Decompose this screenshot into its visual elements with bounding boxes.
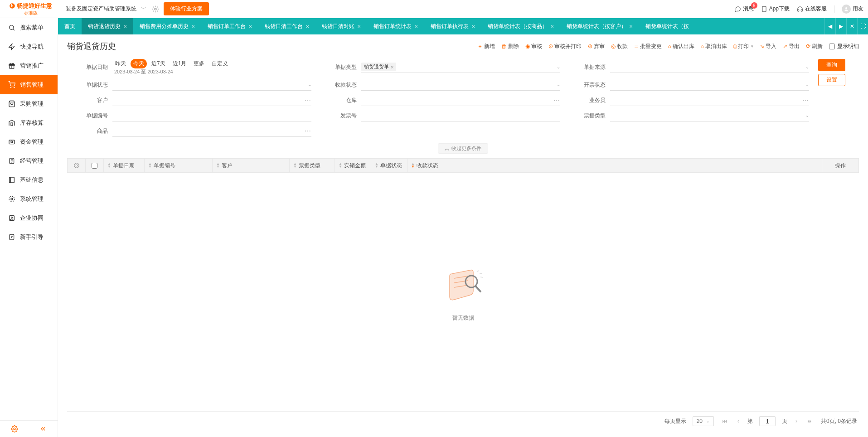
sidebar-item-11[interactable]: 新手引导 bbox=[0, 228, 58, 247]
toolbar-abandon[interactable]: ⊘弃审 bbox=[588, 43, 605, 50]
filter-code[interactable]: 单据编号 bbox=[81, 110, 311, 121]
toolbar-audit[interactable]: ◉审核 bbox=[525, 43, 542, 50]
tab-2[interactable]: 销售费用分摊单历史✕ bbox=[133, 18, 201, 34]
online-service-link[interactable]: 在线客服 bbox=[797, 5, 827, 13]
toolbar-cancel-out[interactable]: ⌂取消出库 bbox=[701, 43, 727, 50]
toolbar-refresh[interactable]: ⟳刷新 bbox=[806, 43, 823, 50]
tab-scroll-left[interactable]: ◀ bbox=[824, 18, 835, 34]
filter-customer[interactable]: 客户 ⋯ bbox=[81, 94, 311, 106]
filter-status[interactable]: 单据状态 ⌄ bbox=[81, 79, 311, 91]
close-icon[interactable]: ✕ bbox=[414, 24, 418, 29]
ellipsis-icon[interactable]: ⋯ bbox=[802, 97, 809, 104]
sidebar-item-7[interactable]: 经营管理 bbox=[0, 151, 58, 170]
system-selector[interactable]: 装备及固定资产辅助管理系统 ﹀ bbox=[66, 5, 146, 13]
query-button[interactable]: 查询 bbox=[818, 59, 845, 71]
sidebar-item-6[interactable]: 资金管理 bbox=[0, 132, 58, 151]
toolbar-batch[interactable]: ≣批量变更 bbox=[634, 43, 662, 50]
date-quick-more[interactable]: 更多 bbox=[191, 59, 207, 68]
tab-8[interactable]: 销货单统计表（按商品）✕ bbox=[481, 18, 560, 34]
filter-ticket-type[interactable]: 票据类型 ⌄ bbox=[578, 110, 809, 121]
settings-icon[interactable] bbox=[152, 5, 159, 13]
toolbar-audit-print[interactable]: ⊙审核并打印 bbox=[548, 43, 582, 50]
close-icon[interactable]: ✕ bbox=[123, 24, 127, 29]
tab-9[interactable]: 销货单统计表（按客户）✕ bbox=[560, 18, 639, 34]
page-next[interactable]: › bbox=[794, 418, 799, 424]
user-menu[interactable]: 用友 bbox=[842, 5, 863, 14]
tab-1[interactable]: 销货退货历史✕ bbox=[82, 18, 133, 34]
toolbar-import[interactable]: ↘导入 bbox=[760, 43, 776, 50]
message-link[interactable]: 消息 6 bbox=[735, 5, 754, 13]
close-icon[interactable]: ✕ bbox=[305, 24, 309, 29]
column-settings-icon[interactable] bbox=[68, 159, 86, 172]
filter-open-invoice[interactable]: 开票状态 ⌄ bbox=[578, 79, 809, 91]
per-page-select[interactable]: 20⌄ bbox=[693, 416, 714, 426]
close-icon[interactable]: × bbox=[391, 64, 393, 70]
date-quick-7days[interactable]: 近7天 bbox=[149, 59, 168, 68]
sidebar-item-4[interactable]: 采购管理 bbox=[0, 94, 58, 113]
date-quick-custom[interactable]: 自定义 bbox=[209, 59, 231, 68]
filter-salesperson[interactable]: 业务员 ⋯ bbox=[578, 94, 809, 106]
tab-close-all[interactable]: ✕ bbox=[846, 18, 857, 34]
sidebar-settings-icon[interactable] bbox=[11, 425, 18, 432]
toolbar-export[interactable]: ↗导出 bbox=[783, 43, 800, 50]
date-quick-today[interactable]: 今天 bbox=[131, 59, 147, 68]
toolbar-confirm-out[interactable]: ⌂确认出库 bbox=[668, 43, 694, 50]
toolbar-delete[interactable]: 🗑删除 bbox=[501, 43, 519, 50]
sidebar-item-0[interactable]: 搜索菜单 bbox=[0, 18, 58, 37]
close-icon[interactable]: ✕ bbox=[550, 24, 554, 29]
sidebar-item-3[interactable]: 销售管理 bbox=[0, 75, 58, 94]
settings-button[interactable]: 设置 bbox=[818, 74, 845, 86]
filter-source[interactable]: 单据来源 ⌄ bbox=[578, 59, 809, 75]
tab-4[interactable]: 钱货日清工作台✕ bbox=[258, 18, 315, 34]
page-first[interactable]: ⏮ bbox=[720, 418, 729, 424]
col-amount[interactable]: ▲▼实销金额 bbox=[335, 159, 371, 172]
toolbar-collect[interactable]: ◎收款 bbox=[611, 43, 628, 50]
col-status[interactable]: ▲▼单据状态 bbox=[371, 159, 407, 172]
col-customer[interactable]: ▲▼客户 bbox=[213, 159, 290, 172]
toolbar-add[interactable]: ＋新增 bbox=[477, 43, 495, 50]
tab-7[interactable]: 销售订单执行表✕ bbox=[424, 18, 481, 34]
ellipsis-icon[interactable]: ⋯ bbox=[553, 97, 560, 104]
sidebar-item-1[interactable]: 快捷导航 bbox=[0, 37, 58, 56]
select-all-checkbox[interactable] bbox=[86, 159, 104, 172]
close-icon[interactable]: ✕ bbox=[629, 24, 633, 29]
tab-3[interactable]: 销售订单工作台✕ bbox=[201, 18, 258, 34]
sidebar-item-10[interactable]: 企业协同 bbox=[0, 209, 58, 228]
tab-scroll-right[interactable]: ▶ bbox=[835, 18, 846, 34]
tab-0[interactable]: 首页 bbox=[58, 18, 82, 34]
page-last[interactable]: ⏭ bbox=[805, 418, 815, 424]
filter-warehouse[interactable]: 仓库 ⋯ bbox=[330, 94, 560, 106]
tab-6[interactable]: 销售订单统计表✕ bbox=[367, 18, 424, 34]
sidebar-item-8[interactable]: 基础信息 bbox=[0, 170, 58, 189]
page-prev[interactable]: ‹ bbox=[736, 418, 741, 424]
col-ticket-type[interactable]: ▲▼票据类型 bbox=[290, 159, 335, 172]
filter-invoice[interactable]: 发票号 bbox=[330, 110, 560, 121]
app-download-link[interactable]: App下载 bbox=[761, 5, 790, 13]
filter-type[interactable]: 单据类型 销货退货单× ⌄ bbox=[330, 59, 560, 75]
col-pay-status[interactable]: ▲▼收款状态 bbox=[407, 159, 822, 172]
tab-10[interactable]: 销货单统计表（按 bbox=[639, 18, 695, 34]
collapse-filters-button[interactable]: ︽ 收起更多条件 bbox=[438, 143, 488, 154]
type-tag[interactable]: 销货退货单× bbox=[361, 63, 396, 71]
ellipsis-icon[interactable]: ⋯ bbox=[305, 127, 311, 135]
close-icon[interactable]: ✕ bbox=[471, 24, 475, 29]
sidebar-collapse-icon[interactable] bbox=[39, 425, 47, 432]
sidebar-item-9[interactable]: 系统管理 bbox=[0, 189, 58, 209]
col-code[interactable]: ▲▼单据编号 bbox=[145, 159, 213, 172]
date-quick-1month[interactable]: 近1月 bbox=[170, 59, 189, 68]
close-icon[interactable]: ✕ bbox=[357, 24, 361, 29]
date-quick-yesterday[interactable]: 昨天 bbox=[112, 59, 129, 68]
page-input[interactable] bbox=[759, 416, 776, 426]
sidebar-item-2[interactable]: 营销推广 bbox=[0, 56, 58, 75]
filter-product[interactable]: 商品 ⋯ bbox=[81, 125, 311, 137]
sidebar-item-5[interactable]: 库存核算 bbox=[0, 113, 58, 132]
ellipsis-icon[interactable]: ⋯ bbox=[305, 97, 311, 104]
toolbar-print[interactable]: ⎙打印▾ bbox=[733, 43, 753, 50]
show-detail-checkbox[interactable]: 显示明细 bbox=[829, 43, 859, 50]
try-industry-button[interactable]: 体验行业方案 bbox=[164, 2, 209, 15]
tab-fullscreen[interactable]: ⛶ bbox=[857, 18, 868, 34]
tab-5[interactable]: 钱货日清对账✕ bbox=[315, 18, 367, 34]
close-icon[interactable]: ✕ bbox=[191, 24, 195, 29]
close-icon[interactable]: ✕ bbox=[248, 24, 252, 29]
filter-pay-status[interactable]: 收款状态 ⌄ bbox=[330, 79, 560, 91]
